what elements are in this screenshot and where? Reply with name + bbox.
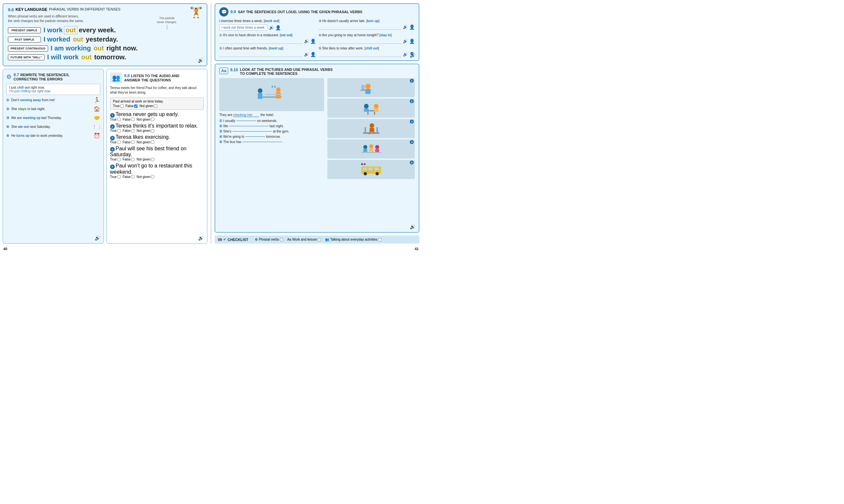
say-answer-row-2: 🔊 👤 <box>219 52 316 57</box>
label-past-simple: PAST SIMPLE <box>8 37 41 42</box>
not-given-label[interactable]: Not given <box>140 104 157 108</box>
svg-point-31 <box>363 145 367 149</box>
phrasal-verbs-checkbox[interactable] <box>280 238 283 241</box>
stick-figure-1: 🏃 <box>94 97 100 103</box>
blank-4 <box>245 137 265 137</box>
say-prompt-3: ③ He doesn't usually arrive late. [turn … <box>319 19 415 23</box>
wrong-text: I just chill out right now. <box>9 86 97 89</box>
section-910-header: Aa 9.10 LOOK AT THE PICTURES AND USE PHR… <box>219 68 415 75</box>
listen-q4: 4Paul will see his best friend on Saturd… <box>110 146 204 162</box>
say-answer-example: I work out three times a week. <box>219 24 268 31</box>
say-input-2[interactable] <box>219 52 303 57</box>
section-910-title1: LOOK AT THE PICTURES AND USE PHRASAL VER… <box>240 68 333 72</box>
svg-rect-32 <box>363 149 367 152</box>
section-99-header: 💬 9.9 SAY THE SENTENCES OUT LOUD, USING … <box>219 7 415 17</box>
q1-false[interactable] <box>131 118 134 121</box>
q5-false[interactable] <box>131 175 134 178</box>
q2-false[interactable] <box>131 129 134 132</box>
sound-icon-99[interactable]: 🔊 <box>410 52 415 58</box>
svg-point-20 <box>374 104 378 108</box>
listen-intro: Teresa meets her friend Paul for coffee,… <box>110 86 204 95</box>
section-98-title-block: 9.8 LISTEN TO THE AUDIO AND ANSWER THE Q… <box>124 73 180 82</box>
say-answer-row-4: 🔊 👤 <box>319 39 415 44</box>
work-leisure-checkbox[interactable] <box>318 238 321 241</box>
work-leisure-label: Work and leisure <box>292 238 317 241</box>
sound-icon-97[interactable]: 🔊 <box>95 235 100 241</box>
q3-false[interactable] <box>131 140 134 144</box>
correction-example: I just chill out right now. I'm just chi… <box>6 84 100 95</box>
svg-rect-25 <box>377 127 378 133</box>
say-input-4[interactable] <box>319 39 402 44</box>
mic-icon-1[interactable]: 🔊 <box>304 39 309 43</box>
person-icon-2: 👤 <box>310 52 316 57</box>
q4-true[interactable] <box>118 158 121 161</box>
section-99-title: SAY THE SENTENCES OUT LOUD, USING THE GI… <box>238 10 363 14</box>
work-leisure-icon: Aa <box>287 238 291 241</box>
svg-rect-40 <box>363 167 367 170</box>
q5-not-given[interactable] <box>151 175 154 178</box>
kl-row-past-simple: PAST SIMPLE I worked out yesterday. <box>8 36 202 43</box>
say-answer-row-example: I work out three times a week. 🔊 👤 <box>219 24 316 31</box>
sentence-future-will: I will work out tomorrow. <box>47 53 202 61</box>
q3-true[interactable] <box>118 140 121 144</box>
stick-figure-3: 🤝 <box>94 115 100 121</box>
say-prompt-4: ④ Are you going to stay at home tonight?… <box>319 33 415 37</box>
true-checkbox[interactable] <box>120 105 124 108</box>
example-tfn-row: True False Not given <box>113 104 201 108</box>
mic-icon-4[interactable]: 🔊 <box>403 39 408 43</box>
q4-not-given[interactable] <box>151 158 154 161</box>
say-input-5[interactable] <box>319 52 402 57</box>
blank-2 <box>229 126 269 126</box>
sound-icon-98[interactable]: 🔊 <box>198 235 204 241</box>
q1-not-given[interactable] <box>151 118 154 121</box>
section-97-title2: CORRECTING THE ERRORS <box>14 77 70 81</box>
say-input-3[interactable] <box>319 24 402 30</box>
q4-false[interactable] <box>131 158 134 161</box>
label-present-simple: PRESENT SIMPLE <box>8 28 41 33</box>
q2-not-given[interactable] <box>151 129 154 132</box>
mic-icon-5[interactable]: 🔊 <box>403 52 408 57</box>
svg-rect-19 <box>364 108 369 112</box>
sound-icon-910[interactable]: 🔊 <box>410 224 415 230</box>
svg-rect-11 <box>365 89 371 94</box>
false-checkbox[interactable] <box>134 105 138 108</box>
blank-3 <box>232 131 272 131</box>
talking-checkbox[interactable] <box>378 238 382 241</box>
say-prompt-2: ② I often spend time with friends. [meet… <box>219 47 316 50</box>
page-right: 41 <box>415 247 419 251</box>
page-divider <box>211 3 211 244</box>
section-97-title: REWRITE THE SENTENCES, <box>20 73 70 77</box>
phrasal-verbs-icon: ⚙ <box>255 238 258 241</box>
sound-icon-96[interactable]: 🔊 <box>198 58 203 63</box>
look-sent-3: ③ She's at the gym. <box>219 129 324 133</box>
exercise-item-4: ④ She ate out next Saturday. 🍽️ <box>6 124 100 130</box>
blank-1 <box>236 121 256 121</box>
speech-bubble-icon: 💬 <box>219 7 229 17</box>
svg-point-46 <box>364 163 366 165</box>
q3-not-given[interactable] <box>151 140 154 144</box>
q1-true[interactable] <box>118 118 121 121</box>
svg-rect-7 <box>272 86 273 88</box>
say-input-1[interactable] <box>219 39 303 44</box>
false-label[interactable]: False <box>126 104 138 108</box>
svg-rect-24 <box>365 127 366 133</box>
main-pic-caption: They are checking into the hotel. <box>219 113 324 117</box>
main-answer: checking into <box>233 113 259 117</box>
not-given-checkbox[interactable] <box>154 105 157 108</box>
true-label[interactable]: True <box>113 104 124 108</box>
listen-q1: 1Teresa never gets up early. True False … <box>110 111 204 121</box>
talking-icon: 👥 <box>325 238 329 241</box>
person-icon-4: 👤 <box>409 39 415 44</box>
svg-rect-13 <box>360 90 366 91</box>
q5-true[interactable] <box>118 175 121 178</box>
example-question-box: Paul arrived at work on time today. True… <box>110 97 204 110</box>
mic-icon-example[interactable]: 🔊 <box>269 25 274 30</box>
section-99-number: 9.9 <box>231 10 236 14</box>
svg-rect-17 <box>374 111 375 115</box>
sentence-past-simple: I worked out yesterday. <box>43 36 202 43</box>
q2-true[interactable] <box>118 129 121 132</box>
person-icon-3: 👤 <box>409 24 415 30</box>
checklist-number: 09 <box>218 238 222 241</box>
mic-icon-3[interactable]: 🔊 <box>403 25 408 29</box>
mic-icon-2[interactable]: 🔊 <box>304 52 309 57</box>
